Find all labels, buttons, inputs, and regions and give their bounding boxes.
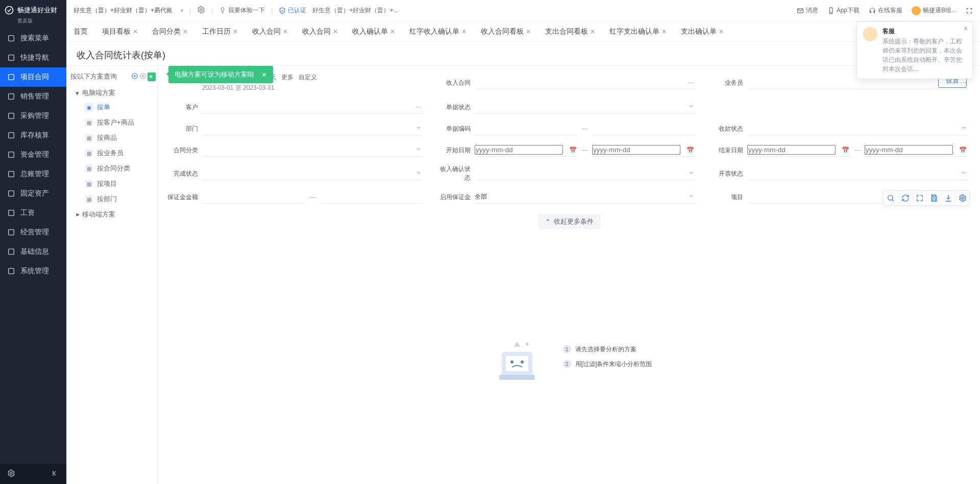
top-apps-2[interactable]: 好生意（普）+好业财（普）+... xyxy=(312,6,398,15)
tool-expand-icon[interactable] xyxy=(912,191,926,205)
top-apps[interactable]: 好生意（普）+好业财（普）+易代账 xyxy=(74,6,173,15)
settings-icon[interactable] xyxy=(7,469,15,479)
date-option[interactable]: 自定义 xyxy=(299,73,317,83)
scheme-group-mobile[interactable]: ▾移动端方案 xyxy=(70,207,156,221)
chevron-down-icon[interactable] xyxy=(415,146,422,154)
scheme-item-1[interactable]: ▦按客户+商品 xyxy=(70,115,156,130)
sidebar-item-2[interactable]: 项目合同 xyxy=(0,67,66,87)
tab-0[interactable]: 首页 xyxy=(66,27,95,36)
top-app-download[interactable]: App下载 xyxy=(827,6,860,15)
invoice-status-field[interactable] xyxy=(747,167,968,180)
tab-7[interactable]: 红字收入确认单✕ xyxy=(402,27,474,36)
chevron-down-icon[interactable] xyxy=(961,170,967,177)
add-scheme-icon[interactable] xyxy=(131,72,138,81)
income-contract-field[interactable]: ⋯ xyxy=(475,76,695,89)
chevron-down-icon[interactable]: ▾ xyxy=(181,8,183,13)
top-user[interactable]: 畅捷通B组... xyxy=(912,6,957,15)
fullscreen-icon[interactable] xyxy=(966,7,973,14)
scheme-item-0[interactable]: ◉按单 xyxy=(70,100,156,115)
date-option[interactable]: 更多 xyxy=(281,73,293,83)
close-tab-icon[interactable]: ✕ xyxy=(461,28,467,35)
close-tab-icon[interactable]: ✕ xyxy=(662,28,667,35)
tab-3[interactable]: 工作日历✕ xyxy=(195,27,245,36)
sidebar-item-5[interactable]: 库存核算 xyxy=(0,126,66,145)
tool-settings-icon[interactable] xyxy=(955,191,969,205)
voucherno-to[interactable] xyxy=(592,122,695,135)
tab-11[interactable]: 支出确认单✕ xyxy=(674,27,731,36)
confirm-status-field[interactable] xyxy=(475,167,695,180)
collapse-sidebar-icon[interactable] xyxy=(51,469,59,479)
enddate-from[interactable]: 📅 xyxy=(747,143,850,157)
sidebar-item-10[interactable]: 经营管理 xyxy=(0,223,66,242)
complete-status-field[interactable] xyxy=(202,167,423,180)
more-icon[interactable]: ⋯ xyxy=(688,79,694,86)
sidebar-item-3[interactable]: 销售管理 xyxy=(0,87,66,106)
scheme-item-6[interactable]: ▦按部门 xyxy=(70,191,156,207)
tool-save-icon[interactable] xyxy=(926,191,941,205)
close-tab-icon[interactable]: ✕ xyxy=(719,28,724,35)
more-icon[interactable]: ⋯ xyxy=(961,79,967,86)
close-tab-icon[interactable]: ✕ xyxy=(183,28,188,35)
deposit-to[interactable] xyxy=(320,190,423,204)
verified-badge[interactable]: 已认证 xyxy=(279,6,306,15)
chevron-down-icon[interactable] xyxy=(688,193,694,201)
voucherno-from[interactable] xyxy=(475,122,578,135)
scheme-group-pc[interactable]: ▾电脑端方案 xyxy=(70,85,156,100)
gear-icon[interactable] xyxy=(197,6,205,15)
calendar-icon[interactable]: 📅 xyxy=(687,147,694,154)
dept-field[interactable] xyxy=(202,122,423,135)
sidebar-item-1[interactable]: 快捷导航 xyxy=(0,48,66,67)
tab-6[interactable]: 收入确认单✕ xyxy=(345,27,402,36)
sidebar-item-12[interactable]: 系统管理 xyxy=(0,261,66,281)
sidebar-item-9[interactable]: 工资 xyxy=(0,203,66,223)
close-tab-icon[interactable]: ✕ xyxy=(133,28,138,35)
scheme-item-4[interactable]: ▦按合同分类 xyxy=(70,161,156,176)
chevron-down-icon[interactable] xyxy=(961,125,967,132)
calendar-icon[interactable]: 📅 xyxy=(959,147,967,154)
deposit-from[interactable] xyxy=(202,190,305,204)
startdate-from[interactable]: 📅 xyxy=(475,143,578,157)
close-tip-icon[interactable]: ✕ xyxy=(261,71,267,79)
voucher-status-field[interactable] xyxy=(475,101,695,114)
collapse-scheme-icon[interactable] xyxy=(148,72,156,81)
sidebar-item-6[interactable]: 资金管理 xyxy=(0,145,66,164)
tool-export-icon[interactable] xyxy=(941,191,955,205)
chevron-down-icon[interactable] xyxy=(688,103,694,111)
chevron-down-icon[interactable] xyxy=(415,125,422,132)
tab-10[interactable]: 红字支出确认单✕ xyxy=(602,27,674,36)
calendar-icon[interactable]: 📅 xyxy=(842,147,849,154)
scheme-item-2[interactable]: ▦按商品 xyxy=(70,130,156,146)
close-popup-icon[interactable]: ✕ xyxy=(963,25,968,32)
close-tab-icon[interactable]: ✕ xyxy=(333,28,338,35)
scheme-item-5[interactable]: ▦按项目 xyxy=(70,176,156,191)
customer-field[interactable]: ⋯ xyxy=(202,101,423,114)
tryout-link[interactable]: 我要体验一下 xyxy=(219,6,265,15)
sidebar-item-11[interactable]: 基础信息 xyxy=(0,242,66,261)
chevron-down-icon[interactable] xyxy=(688,170,694,177)
sidebar-item-7[interactable]: 总账管理 xyxy=(0,164,66,184)
top-messages[interactable]: 消息 xyxy=(797,6,818,15)
scheme-item-3[interactable]: ▦按业务员 xyxy=(70,146,156,161)
sidebar-item-0[interactable]: 搜索菜单 xyxy=(0,29,66,48)
receipt-status-field[interactable] xyxy=(747,122,968,135)
close-tab-icon[interactable]: ✕ xyxy=(590,28,595,35)
close-tab-icon[interactable]: ✕ xyxy=(283,28,288,35)
tab-8[interactable]: 收入合同看板✕ xyxy=(474,27,538,36)
tab-1[interactable]: 项目看板✕ xyxy=(95,27,145,36)
startdate-to[interactable]: 📅 xyxy=(592,143,695,157)
chevron-down-icon[interactable] xyxy=(415,170,422,177)
top-customer-service[interactable]: 在线客服 xyxy=(869,6,902,15)
calendar-icon[interactable]: 📅 xyxy=(569,147,577,154)
close-tab-icon[interactable]: ✕ xyxy=(526,28,531,35)
collapse-filters[interactable]: ⌃收起更多条件 xyxy=(538,214,601,229)
contract-class-field[interactable] xyxy=(202,143,423,157)
tab-5[interactable]: 收入合同✕ xyxy=(295,27,345,36)
more-icon[interactable]: ⋯ xyxy=(415,104,422,111)
tool-search-icon[interactable] xyxy=(884,191,898,205)
share-scheme-icon[interactable] xyxy=(139,72,146,81)
sidebar-item-4[interactable]: 采购管理 xyxy=(0,106,66,126)
close-tab-icon[interactable]: ✕ xyxy=(233,28,238,35)
tab-9[interactable]: 支出合同看板✕ xyxy=(538,27,602,36)
deposit-enabled-field[interactable]: 全部 xyxy=(475,190,695,204)
tab-2[interactable]: 合同分类✕ xyxy=(145,27,195,36)
